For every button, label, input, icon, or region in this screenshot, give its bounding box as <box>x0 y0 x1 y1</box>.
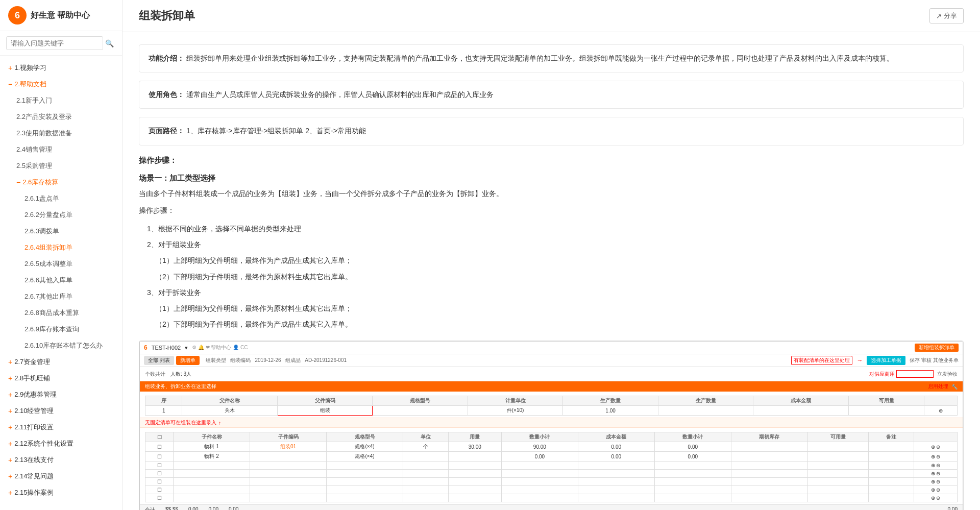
sidebar-item-2-6-5[interactable]: 2.6.5成本调整单 <box>0 256 122 272</box>
sidebar-label-2-2: 2.2产品安装及登录 <box>16 112 72 122</box>
sidebar-item-2-6[interactable]: − 2.6库存核算 <box>0 174 122 190</box>
sidebar-item-2-9[interactable]: + 2.9优惠券管理 <box>0 386 122 403</box>
lth-unit: 单位 <box>403 432 448 442</box>
search-input[interactable] <box>6 36 103 50</box>
screen-inner: 6 TEST-H002 ▾ ⚙ 🔔 ❤ 帮助中心 👤 CC 新增组装拆卸单 全部… <box>139 341 963 510</box>
sidebar-item-2-5[interactable]: 2.5采购管理 <box>0 158 122 174</box>
ltd-check-4: ☐ <box>145 470 174 478</box>
sidebar-item-2-3[interactable]: 2.3使用前数据准备 <box>0 125 122 141</box>
ltd-unit-3 <box>403 462 448 470</box>
plus-icon-2-15: + <box>8 489 12 497</box>
sidebar-item-2-6-9[interactable]: 2.6.9库存账本查询 <box>0 321 122 337</box>
share-icon: ↗ <box>936 12 942 20</box>
td-avail-1 <box>848 406 924 416</box>
th-avail: 可用量 <box>848 396 924 406</box>
user-role-label: 使用角色： <box>149 90 184 99</box>
page-title: 组装拆卸单 <box>139 8 195 23</box>
sidebar-label-2-6-4: 2.6.4组装拆卸单 <box>24 243 72 252</box>
form-count-val: 人数: 3人 <box>170 371 191 378</box>
ltd-avail-6 <box>807 486 868 494</box>
ltd-code-3 <box>250 462 327 470</box>
sidebar-item-2-2[interactable]: 2.2产品安装及登录 <box>0 109 122 125</box>
ltd-qty2-6 <box>501 486 578 494</box>
lth-code: 子件编码 <box>250 432 327 442</box>
sidebar-label-2-6-6: 2.6.6其他入库单 <box>24 276 72 285</box>
ltd-name-5 <box>174 478 250 486</box>
ltd-remark-6 <box>869 486 914 494</box>
sidebar: 6 好生意 帮助中心 🔍 + 1.视频学习 − 2.帮助文档 2.1新手入门 2… <box>0 0 122 510</box>
sidebar-item-2-8[interactable]: + 2.8手机旺铺 <box>0 370 122 386</box>
th-qty2: 生产数量 <box>658 396 753 406</box>
sidebar-label-2-6-1: 2.6.1盘点单 <box>24 194 59 203</box>
ltd-qty1-6 <box>448 486 501 494</box>
func-intro-block: 功能介绍： 组装拆卸单用来处理企业组装或拆卸等加工业务，支持有固定装配清单的产品… <box>139 44 964 72</box>
sidebar-item-2-10[interactable]: + 2.10经营管理 <box>0 403 122 419</box>
sidebar-item-2-1[interactable]: 2.1新手入门 <box>0 92 122 109</box>
ltd-unit-7 <box>403 494 448 502</box>
ltd-cost-5 <box>578 478 654 486</box>
sidebar-item-2-6-10[interactable]: 2.6.10库存账本错了怎么办 <box>0 337 122 354</box>
ltd-qty2-2: 0.00 <box>501 452 578 462</box>
ltd-code-5 <box>250 478 327 486</box>
screen-footer: 合计 $$.$$ 0.00 0.00 0.00 0.00 <box>140 504 963 510</box>
sidebar-item-2-13[interactable]: + 2.13在线支付 <box>0 452 122 468</box>
lth-init: 期初库存 <box>731 432 807 442</box>
screen-lower-table: ☐ 子件名称 子件编码 规格型号 单位 用量 数量小计 成本金额 数量小计 期初… <box>140 428 963 504</box>
td-qty1-1: 1.00 <box>563 406 658 416</box>
sidebar-item-2-12[interactable]: + 2.12系统个性化设置 <box>0 435 122 452</box>
td-spec-1 <box>373 406 468 416</box>
ltd-action-5: ⊕ ⊖ <box>914 478 957 486</box>
arrow-up-icon: ↑ <box>218 420 221 426</box>
screen-nav-labels: 组装类型 组装编码 2019-12-26 组成品 AD-20191226-001 <box>206 357 347 364</box>
ltd-unit-2 <box>403 452 448 462</box>
sidebar-item-2-6-6[interactable]: 2.6.6其他入库单 <box>0 272 122 288</box>
sidebar-item-2[interactable]: − 2.帮助文档 <box>0 76 122 92</box>
logo-text: 好生意 帮助中心 <box>31 10 90 21</box>
ltd-qty2-1: 90.00 <box>501 442 578 452</box>
screen-icons: ⚙ 🔔 ❤ 帮助中心 👤 CC <box>192 344 248 351</box>
minus-icon-2: − <box>16 178 20 186</box>
ltd-check-1: ☐ <box>145 442 174 452</box>
screen-bar-label: 组装业务、拆卸业务在这里选择 <box>145 383 216 390</box>
ltd-remark-1 <box>869 442 914 452</box>
share-button[interactable]: ↗ 分享 <box>929 8 964 23</box>
sidebar-item-2-15[interactable]: + 2.15操作案例 <box>0 484 122 501</box>
sidebar-item-2-11[interactable]: + 2.11打印设置 <box>0 419 122 435</box>
step2-2: （2）下部明细为子件明细，最终作为原材料生成其它出库单。 <box>139 269 964 285</box>
sidebar-label-2-6-5: 2.6.5成本调整单 <box>24 259 72 269</box>
sidebar-item-2-6-2[interactable]: 2.6.2分量盘点单 <box>0 207 122 223</box>
ltd-init-3 <box>731 462 807 470</box>
plus-icon-2-8: + <box>8 374 12 382</box>
sidebar-label-2-4: 2.4销售管理 <box>16 145 52 154</box>
ltd-spec-4 <box>327 470 403 478</box>
ltd-name-7 <box>174 494 250 502</box>
plus-icon: + <box>8 64 12 72</box>
sidebar-item-2-6-3[interactable]: 2.6.3调拨单 <box>0 223 122 239</box>
sidebar-item-2-4[interactable]: 2.4销售管理 <box>0 141 122 158</box>
ltd-code-1: 组装01 <box>250 442 327 452</box>
plus-icon-2-13: + <box>8 456 12 464</box>
ltd-cost-3 <box>578 462 654 470</box>
ltd-cost-7 <box>578 494 654 502</box>
minus-icon: − <box>8 80 12 88</box>
ltd-qty1-1: 30.00 <box>448 442 501 452</box>
screen-orange-bar: 组装业务、拆卸业务在这里选择 启用处理 🔧 <box>140 381 963 392</box>
sidebar-item-2-6-4[interactable]: 2.6.4组装拆卸单 <box>0 239 122 256</box>
ltd-name-1: 物料 1 <box>174 442 250 452</box>
search-button[interactable]: 🔍 <box>103 39 116 47</box>
ltd-check-6: ☐ <box>145 486 174 494</box>
sidebar-item-1[interactable]: + 1.视频学习 <box>0 60 122 76</box>
sidebar-item-2-6-8[interactable]: 2.6.8商品成本重算 <box>0 305 122 321</box>
sidebar-item-2-14[interactable]: + 2.14常见问题 <box>0 468 122 484</box>
td-seq-1: 1 <box>145 406 182 416</box>
nav-tree: + 1.视频学习 − 2.帮助文档 2.1新手入门 2.2产品安装及登录 2.3… <box>0 56 122 510</box>
ltd-avail-3 <box>807 462 868 470</box>
sidebar-label-2-15: 2.15操作案例 <box>14 488 54 497</box>
ltd-check-2: ☐ <box>145 452 174 462</box>
lth-cost: 成本金额 <box>578 432 654 442</box>
sidebar-item-2-7[interactable]: + 2.7资金管理 <box>0 354 122 370</box>
form-count-label: 个数共计 <box>145 371 165 378</box>
sidebar-item-2-6-7[interactable]: 2.6.7其他出库单 <box>0 288 122 305</box>
sidebar-label-2-5: 2.5采购管理 <box>16 161 52 171</box>
sidebar-item-2-6-1[interactable]: 2.6.1盘点单 <box>0 190 122 207</box>
